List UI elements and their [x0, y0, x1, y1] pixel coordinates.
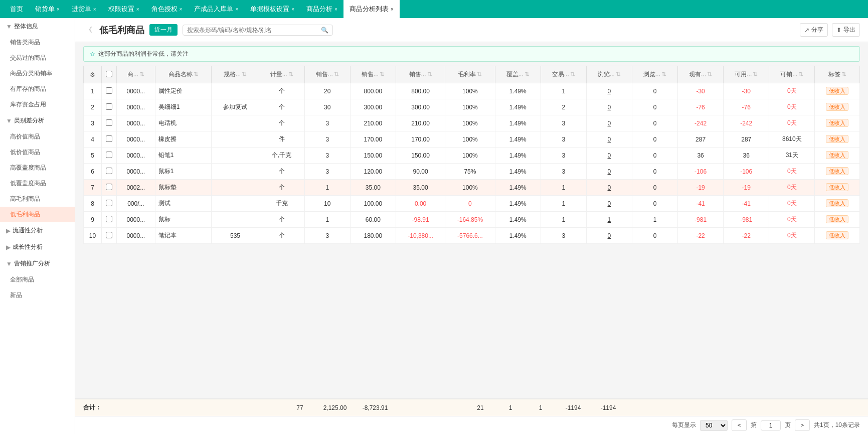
col-current[interactable]: 现有...⇅	[678, 66, 724, 83]
nav-roles[interactable]: 角色授权 ×	[145, 0, 189, 18]
row-name[interactable]: 属性定价	[155, 83, 212, 99]
row-name[interactable]: 吴细细1	[155, 99, 212, 115]
col-checkbox[interactable]	[102, 66, 117, 83]
nav-permissions[interactable]: 权限设置 ×	[102, 0, 145, 18]
col-sellable[interactable]: 可销...⇅	[769, 66, 815, 83]
col-coverage[interactable]: 覆盖...⇅	[495, 66, 541, 83]
row-name[interactable]: 铅笔1	[155, 148, 212, 164]
nav-template-close[interactable]: ×	[291, 7, 294, 12]
col-unit[interactable]: 计量...⇅	[259, 66, 304, 83]
row-name[interactable]: 测试	[155, 196, 212, 212]
page-input[interactable]	[761, 420, 781, 430]
row-checkbox[interactable]	[102, 180, 117, 196]
row-trade: 1	[541, 83, 586, 99]
row-view1[interactable]: 0	[586, 83, 632, 99]
sidebar-collapse-btn[interactable]: 《	[83, 24, 94, 37]
sidebar-item-low-margin[interactable]: 低毛利商品	[0, 207, 75, 222]
nav-roles-close[interactable]: ×	[180, 7, 183, 12]
search-input[interactable]	[187, 27, 321, 34]
col-settings[interactable]: ⚙	[84, 66, 102, 83]
nav-purchase-close[interactable]: ×	[93, 7, 96, 12]
row-name[interactable]: 鼠标1	[155, 164, 212, 180]
nav-product-entry[interactable]: 产成品入库单 ×	[188, 0, 244, 18]
sidebar-item-high-coverage[interactable]: 高覆盖度商品	[0, 160, 75, 176]
sidebar-group-liquidity[interactable]: ▶ 流通性分析	[0, 222, 75, 239]
per-page-select[interactable]: 50 20 100	[700, 420, 728, 431]
row-spec: 535	[212, 228, 259, 244]
sidebar-item-all-goods[interactable]: 全部商品	[0, 272, 75, 287]
nav-product-analysis-list[interactable]: 商品分析列表 ×	[343, 0, 400, 18]
nav-purchase[interactable]: 进货单 ×	[66, 0, 102, 18]
nav-product-analysis-list-close[interactable]: ×	[391, 7, 394, 12]
col-sales-amount[interactable]: 销售...⇅	[396, 66, 445, 83]
sidebar-item-new-goods[interactable]: 新品	[0, 287, 75, 303]
row-view1[interactable]: 0	[586, 148, 632, 164]
sidebar-item-low-value[interactable]: 低价值商品	[0, 144, 75, 160]
row-sales-price: 100.00	[350, 196, 396, 212]
select-all-checkbox[interactable]	[106, 71, 112, 77]
row-name[interactable]: 鼠标	[155, 212, 212, 228]
col-gross-margin[interactable]: 毛利率⇅	[445, 66, 495, 83]
nav-product-entry-close[interactable]: ×	[235, 7, 238, 12]
col-code[interactable]: 商...⇅	[117, 66, 155, 83]
row-checkbox[interactable]	[102, 196, 117, 212]
sidebar-group-overall[interactable]: ▼ 整体信息	[0, 18, 75, 35]
row-view1[interactable]: 0	[586, 180, 632, 196]
row-checkbox[interactable]	[102, 228, 117, 244]
nav-product-analysis[interactable]: 商品分析 ×	[300, 0, 343, 18]
nav-template[interactable]: 单据模板设置 ×	[244, 0, 300, 18]
export-btn[interactable]: ⬆ 导出	[832, 23, 860, 37]
col-available[interactable]: 可用...⇅	[724, 66, 769, 83]
row-name[interactable]: 笔记本	[155, 228, 212, 244]
nav-product-analysis-close[interactable]: ×	[334, 7, 337, 12]
sidebar-group-growth[interactable]: ▶ 成长性分析	[0, 239, 75, 255]
sidebar-item-low-coverage[interactable]: 低覆盖度商品	[0, 176, 75, 191]
row-view1[interactable]: 0	[586, 99, 632, 115]
sidebar-item-category-rate[interactable]: 商品分类助销率	[0, 66, 75, 81]
row-view1[interactable]: 0	[586, 196, 632, 212]
date-filter-btn[interactable]: 近一月	[149, 24, 178, 36]
col-sales-qty[interactable]: 销售...⇅	[304, 66, 350, 83]
prev-page-btn[interactable]: ＜	[732, 419, 747, 431]
row-view1[interactable]: 1	[586, 212, 632, 228]
row-spec	[212, 83, 259, 99]
sidebar-group-category[interactable]: ▼ 类别差分析	[0, 112, 75, 129]
row-name[interactable]: 橡皮擦	[155, 131, 212, 148]
nav-sales[interactable]: 销货单 ×	[29, 0, 66, 18]
col-trade[interactable]: 交易...⇅	[541, 66, 586, 83]
col-tag[interactable]: 标签⇅	[815, 66, 860, 83]
row-checkbox[interactable]	[102, 212, 117, 228]
col-view1[interactable]: 浏览...⇅	[586, 66, 632, 83]
row-checkbox[interactable]	[102, 115, 117, 131]
row-name[interactable]: 鼠标垫	[155, 180, 212, 196]
search-icon[interactable]: 🔍	[321, 27, 328, 34]
col-spec[interactable]: 规格...⇅	[212, 66, 259, 83]
sidebar-item-traded-goods[interactable]: 交易过的商品	[0, 50, 75, 66]
next-page-btn[interactable]: ＞	[795, 419, 810, 431]
row-checkbox[interactable]	[102, 83, 117, 99]
sidebar-item-high-value[interactable]: 高价值商品	[0, 129, 75, 144]
nav-sales-close[interactable]: ×	[57, 7, 60, 12]
row-checkbox[interactable]	[102, 131, 117, 148]
row-view1[interactable]: 0	[586, 228, 632, 244]
row-view1[interactable]: 0	[586, 164, 632, 180]
sidebar-item-capital[interactable]: 库存资金占用	[0, 97, 75, 112]
sidebar-group-marketing[interactable]: ▼ 营销推广分析	[0, 255, 75, 272]
table-row: 3 0000... 电话机 个 3 210.00 210.00 100% 1.4…	[84, 115, 860, 131]
row-checkbox[interactable]	[102, 148, 117, 164]
col-sales-price[interactable]: 销售...⇅	[350, 66, 396, 83]
sidebar-item-sales-goods[interactable]: 销售类商品	[0, 35, 75, 50]
share-btn[interactable]: ↗ 分享	[800, 23, 828, 37]
row-checkbox[interactable]	[102, 99, 117, 115]
row-name[interactable]: 电话机	[155, 115, 212, 131]
row-checkbox[interactable]	[102, 164, 117, 180]
row-view1[interactable]: 0	[586, 115, 632, 131]
row-view1[interactable]: 0	[586, 131, 632, 148]
footer-trade: 21	[465, 404, 495, 411]
nav-permissions-close[interactable]: ×	[136, 7, 139, 12]
nav-home[interactable]: 首页	[4, 0, 29, 18]
col-name[interactable]: 商品名称⇅	[155, 66, 212, 83]
sidebar-item-stock-goods[interactable]: 有库存的商品	[0, 81, 75, 97]
sidebar-item-high-margin[interactable]: 高毛利商品	[0, 191, 75, 207]
col-view2[interactable]: 浏览...⇅	[632, 66, 677, 83]
